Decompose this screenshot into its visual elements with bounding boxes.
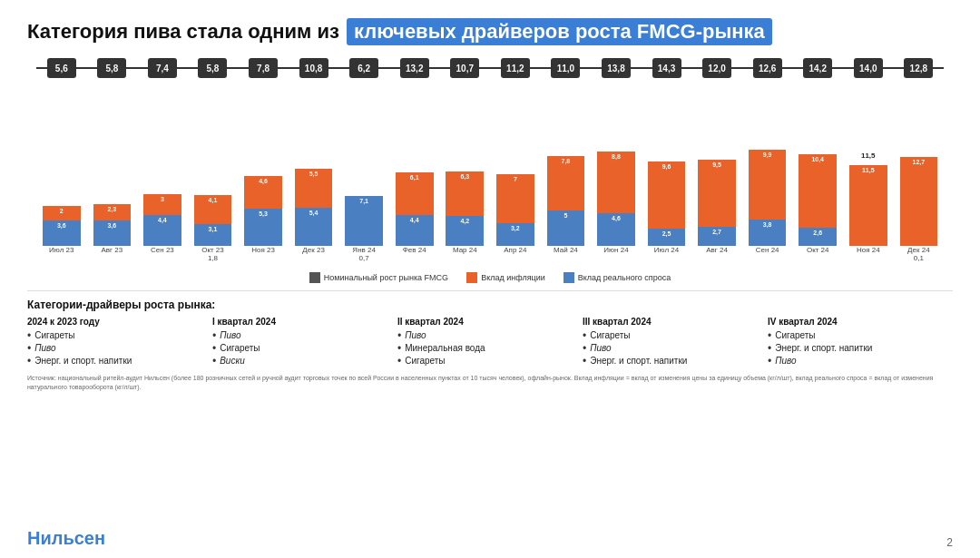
chart-col: 9,93,8 xyxy=(742,87,793,246)
bar-orange: 6,1 xyxy=(396,172,434,215)
driver-list-item: Энерг. и спорт. напитки xyxy=(583,356,759,367)
dot-item: 14,0 xyxy=(843,58,894,78)
bar-blue: 2,6 xyxy=(799,228,837,246)
bar-group: 6,34,2 xyxy=(440,87,491,246)
stack-wrapper: 4,13,1 xyxy=(194,195,232,246)
driver-list: СигаретыПивоЭнерг. и спорт. напитки xyxy=(27,330,203,367)
bar-orange-label: 8,8 xyxy=(597,153,635,160)
bar-blue-label: 2,6 xyxy=(799,230,837,236)
chart-area: 23,62,33,634,44,13,11,84,65,35,55,47,10,… xyxy=(27,87,953,269)
stack-wrapper: 9,52,7 xyxy=(698,160,736,246)
driver-list-item: Пиво xyxy=(212,330,388,341)
dot-value: 11,2 xyxy=(501,58,530,78)
dot-value: 5,8 xyxy=(97,58,126,78)
bar-group: 6,14,4 xyxy=(389,87,440,246)
bar-blue: 4,4 xyxy=(396,215,434,246)
bar-group: 8,84,6 xyxy=(591,87,642,246)
chart-col: 2,33,6 xyxy=(87,87,138,246)
dot-value: 12,8 xyxy=(904,58,933,78)
bar-group: 23,6 xyxy=(36,87,87,246)
chart-col: 11,511,5 xyxy=(843,87,894,246)
dot-value: 12,0 xyxy=(702,58,731,78)
bar-orange-label: 2,3 xyxy=(93,206,132,212)
bar-orange: 3 xyxy=(143,194,181,215)
bar-blue-label: 3,2 xyxy=(496,225,534,231)
bar-group: 7,85 xyxy=(541,87,592,246)
driver-list-item: Пиво xyxy=(583,343,759,354)
chart-legend: Номинальный рост рынка FMCG Вклад инфляц… xyxy=(27,272,953,283)
driver-col: I квартал 2024ПивоСигаретыВиски xyxy=(212,317,397,368)
dot-item: 5,6 xyxy=(36,58,87,78)
stack-wrapper: 10,42,6 xyxy=(799,154,837,246)
bar-orange-label: 7 xyxy=(496,176,534,182)
chart-col: 73,2 xyxy=(490,87,541,246)
driver-col-header: IV квартал 2024 xyxy=(768,317,944,327)
dot-item: 7,4 xyxy=(137,58,188,78)
dot-item: 12,8 xyxy=(894,58,945,78)
bar-orange: 5,5 xyxy=(295,169,333,208)
driver-list: СигаретыЭнерг. и спорт. напиткиПиво xyxy=(768,330,944,367)
legend-orange-box xyxy=(466,272,477,283)
bar-blue-label: 2,5 xyxy=(648,230,686,237)
x-axis-label: Мар 24 xyxy=(440,246,491,254)
dot-value: 10,8 xyxy=(299,58,328,78)
chart-col: 7,10,7 xyxy=(338,87,389,246)
chart-col: 23,6 xyxy=(36,87,87,246)
bar-orange-label: 4,1 xyxy=(194,197,232,203)
x-axis-label: Авг 24 xyxy=(691,246,742,254)
bar-blue-label: 2,7 xyxy=(698,229,736,235)
bar-group: 7,10,7 xyxy=(338,87,389,246)
bar-orange: 7,8 xyxy=(547,156,585,210)
dot-item: 5,8 xyxy=(87,58,138,78)
legend-orange: Вклад инфляции xyxy=(466,272,545,283)
legend-blue-label: Вклад реального спроса xyxy=(578,273,671,282)
bar-group: 34,4 xyxy=(137,87,188,246)
bar-orange: 8,8 xyxy=(597,152,635,213)
bar-orange-label: 10,4 xyxy=(799,156,837,162)
stack-wrapper: 5,55,4 xyxy=(295,169,333,246)
x-axis-label: Ноя 23 xyxy=(238,246,289,254)
drivers-title: Категории-драйверы роста рынка: xyxy=(27,299,953,311)
x-axis-label: Авг 23 xyxy=(87,246,138,254)
dot-value: 5,6 xyxy=(47,58,76,78)
chart-bars: 23,62,33,634,44,13,11,84,65,35,55,47,10,… xyxy=(27,87,953,246)
driver-list-item: Сигареты xyxy=(212,343,388,354)
dot-value: 14,2 xyxy=(803,58,832,78)
dot-item: 13,8 xyxy=(591,58,642,78)
driver-list-item: Виски xyxy=(212,356,388,367)
drivers-grid: 2024 к 2023 годуСигаретыПивоЭнерг. и спо… xyxy=(27,317,953,368)
dot-item: 14,3 xyxy=(642,58,692,78)
bar-blue: 7,1 xyxy=(345,196,383,246)
bar-bottom-label: 0,1 xyxy=(914,254,924,262)
driver-list-item: Минеральная вода xyxy=(397,343,573,354)
dot-item: 10,8 xyxy=(289,58,339,78)
bar-blue-label: 4,6 xyxy=(597,215,635,221)
brand-name: Нильсен xyxy=(27,528,105,549)
driver-col: II квартал 2024ПивоМинеральная водаСигар… xyxy=(397,317,583,368)
dot-item: 12,0 xyxy=(691,58,742,78)
stack-wrapper: 7,1 xyxy=(345,195,383,246)
bar-group: 11,511,5 xyxy=(843,87,894,246)
bar-blue: 2,7 xyxy=(698,227,736,246)
title-row: Категория пива стала одним из ключевых д… xyxy=(27,18,953,45)
bar-blue-label: 5,4 xyxy=(295,210,333,216)
chart-col: 7,85 xyxy=(541,87,592,246)
driver-list-item: Энерг. и спорт. напитки xyxy=(768,343,944,354)
bar-orange-label: 3 xyxy=(143,196,181,202)
bar-blue-label: 3,8 xyxy=(749,221,787,228)
bar-blue: 2,5 xyxy=(648,229,686,246)
x-axis-label: Янв 24 xyxy=(338,246,389,254)
bar-orange: 9,6 xyxy=(648,162,686,229)
footer-row: Нильсен 2 xyxy=(27,528,953,549)
chart-col: 8,84,6 xyxy=(591,87,642,246)
driver-list-item: Пиво xyxy=(397,330,573,341)
dot-item: 7,8 xyxy=(238,58,289,78)
x-axis-label: Июл 23 xyxy=(36,246,87,254)
driver-col-header: II квартал 2024 xyxy=(397,317,573,327)
bar-orange-label: 9,6 xyxy=(648,163,686,170)
bar-group: 73,2 xyxy=(490,87,541,246)
legend-blue-box xyxy=(564,272,574,283)
bar-orange: 9,5 xyxy=(698,160,736,227)
driver-list-item: Пиво xyxy=(768,356,944,367)
dot-value: 11,0 xyxy=(551,58,580,78)
